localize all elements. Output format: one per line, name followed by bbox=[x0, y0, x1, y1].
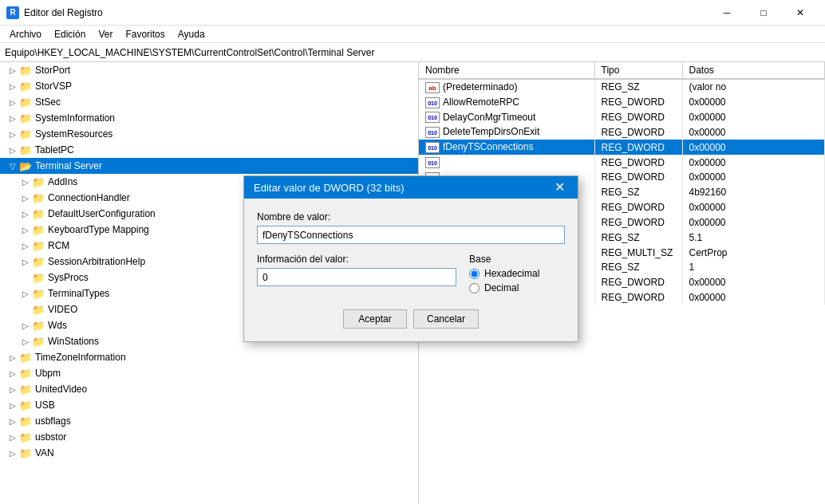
folder-icon: 📁 bbox=[32, 319, 45, 332]
cell-data: 0x00000 bbox=[682, 275, 825, 290]
tree-label: UnitedVideo bbox=[35, 384, 87, 395]
cell-data: 0x00000 bbox=[682, 215, 825, 230]
cell-data: 0x00000 bbox=[682, 290, 825, 305]
folder-icon: 📁 bbox=[19, 128, 32, 140]
menu-ver[interactable]: Ver bbox=[92, 27, 119, 41]
expand-icon: ▷ bbox=[6, 415, 19, 427]
expand-icon: ▷ bbox=[6, 351, 19, 364]
radio-dec-label[interactable]: Decimal bbox=[469, 282, 565, 293]
folder-icon: 📁 bbox=[32, 271, 45, 284]
modal-title-bar: Editar valor de DWORD (32 bits) ✕ bbox=[244, 176, 578, 199]
table-row[interactable]: 010 REG_DWORD 0x00000 bbox=[419, 155, 825, 170]
cell-type: REG_DWORD bbox=[594, 110, 682, 125]
modal-title: Editar valor de DWORD (32 bits) bbox=[254, 182, 405, 194]
expand-icon: ▷ bbox=[6, 399, 19, 411]
menu-edicion[interactable]: Edición bbox=[48, 27, 92, 41]
tree-label: WinStations bbox=[48, 336, 99, 347]
expand-icon: ▷ bbox=[6, 128, 19, 140]
folder-icon: 📁 bbox=[32, 207, 45, 220]
value-data-input[interactable] bbox=[257, 268, 456, 286]
address-path: Equipo\HKEY_LOCAL_MACHINE\SYSTEM\Current… bbox=[5, 47, 375, 58]
expand-icon: ▷ bbox=[6, 64, 19, 77]
tree-item-tabletpc[interactable]: ▷ 📁 TabletPC bbox=[0, 142, 418, 158]
tree-label: VAN bbox=[35, 447, 54, 459]
col-datos[interactable]: Datos bbox=[682, 62, 825, 79]
modal-row: Información del valor: Base Hexadecimal … bbox=[257, 254, 565, 293]
expand-icon: ▷ bbox=[19, 319, 32, 332]
expand-icon: ▷ bbox=[19, 175, 32, 188]
folder-icon: 📁 bbox=[32, 191, 45, 204]
tree-item-stsec[interactable]: ▷ 📁 StSec bbox=[0, 94, 418, 110]
tree-label: StSec bbox=[35, 96, 61, 108]
expand-icon: ▷ bbox=[19, 255, 32, 268]
tree-label: TerminalTypes bbox=[48, 288, 109, 299]
table-row[interactable]: 010DeleteTempDirsOnExit REG_DWORD 0x0000… bbox=[419, 124, 825, 140]
expand-icon: ▷ bbox=[6, 144, 19, 156]
tree-label: USB bbox=[35, 400, 55, 411]
cell-data: 0x00000 bbox=[682, 170, 825, 185]
folder-icon: 📁 bbox=[19, 80, 32, 93]
expand-icon: ▷ bbox=[6, 112, 19, 124]
expand-icon: ▷ bbox=[6, 80, 19, 93]
folder-icon: 📁 bbox=[32, 175, 45, 188]
tree-item-storport[interactable]: ▷ 📁 StorPort bbox=[0, 62, 418, 78]
table-row[interactable]: ab(Predeterminado) REG_SZ (valor no bbox=[419, 79, 825, 95]
cell-type: REG_SZ bbox=[594, 260, 682, 275]
value-name-input[interactable] bbox=[257, 226, 565, 244]
radio-decimal[interactable] bbox=[469, 283, 480, 293]
col-nombre[interactable]: Nombre bbox=[419, 62, 594, 79]
tree-item-systeminformation[interactable]: ▷ 📁 SystemInformation bbox=[0, 110, 418, 126]
menu-bar: Archivo Edición Ver Favoritos Ayuda bbox=[0, 26, 825, 43]
cell-name: 010DelayConMgrTimeout bbox=[419, 110, 594, 125]
cell-data: 5.1 bbox=[682, 230, 825, 245]
folder-icon: 📁 bbox=[32, 335, 45, 348]
expand-icon: ▷ bbox=[6, 431, 19, 443]
cell-type: REG_DWORD bbox=[594, 155, 682, 170]
tree-label: StorPort bbox=[35, 65, 70, 76]
tree-item-timezoneinformation[interactable]: ▷ 📁 TimeZoneInformation bbox=[0, 349, 418, 365]
close-button[interactable]: ✕ bbox=[782, 0, 819, 26]
table-row[interactable]: 010AllowRemoteRPC REG_DWORD 0x00000 bbox=[419, 95, 825, 110]
tree-label: usbstor bbox=[35, 431, 66, 443]
folder-icon: 📁 bbox=[32, 255, 45, 268]
modal-body: Nombre de valor: Información del valor: … bbox=[244, 199, 578, 341]
folder-icon: 📂 bbox=[19, 159, 32, 172]
table-row-fdenyts[interactable]: 010fDenyTSConnections REG_DWORD 0x00000 bbox=[419, 140, 825, 155]
tree-label: VIDEO bbox=[48, 304, 77, 315]
tree-label: Terminal Server bbox=[35, 160, 102, 171]
expand-icon: ▷ bbox=[19, 223, 32, 236]
window-title: Editor del Registro bbox=[24, 7, 709, 18]
cell-data: 0x00000 bbox=[682, 124, 825, 140]
tree-item-usbstor[interactable]: ▷ 📁 usbstor bbox=[0, 429, 418, 445]
menu-ayuda[interactable]: Ayuda bbox=[172, 27, 211, 41]
tree-item-ubpm[interactable]: ▷ 📁 Ubpm bbox=[0, 365, 418, 381]
tree-item-usb[interactable]: ▷ 📁 USB bbox=[0, 397, 418, 413]
tree-item-usbflags[interactable]: ▷ 📁 usbflags bbox=[0, 413, 418, 429]
tree-item-van[interactable]: ▷ 📁 VAN bbox=[0, 445, 418, 461]
cancel-button[interactable]: Cancelar bbox=[413, 309, 479, 329]
folder-icon: 📁 bbox=[19, 431, 32, 443]
minimize-button[interactable]: ─ bbox=[709, 0, 745, 26]
menu-favoritos[interactable]: Favoritos bbox=[119, 27, 171, 41]
menu-archivo[interactable]: Archivo bbox=[3, 27, 48, 41]
folder-icon: 📁 bbox=[32, 303, 45, 316]
tree-label: Ubpm bbox=[35, 368, 61, 379]
tree-item-unitedvideo[interactable]: ▷ 📁 UnitedVideo bbox=[0, 381, 418, 397]
tree-label: KeyboardType Mapping bbox=[48, 224, 149, 235]
modal-close-button[interactable]: ✕ bbox=[551, 181, 568, 194]
radio-hexadecimal[interactable] bbox=[469, 269, 480, 279]
cell-type: REG_MULTI_SZ bbox=[594, 245, 682, 260]
tree-label: SystemInformation bbox=[35, 112, 115, 124]
maximize-button[interactable]: □ bbox=[745, 0, 782, 26]
tree-item-storvsp[interactable]: ▷ 📁 StorVSP bbox=[0, 78, 418, 94]
accept-button[interactable]: Aceptar bbox=[343, 309, 407, 329]
expand-icon: ▷ bbox=[6, 96, 19, 108]
col-tipo[interactable]: Tipo bbox=[594, 62, 682, 79]
folder-icon: 📁 bbox=[19, 351, 32, 364]
table-row[interactable]: 010DelayConMgrTimeout REG_DWORD 0x00000 bbox=[419, 110, 825, 125]
tree-label: Wds bbox=[48, 320, 67, 331]
cell-type: REG_DWORD bbox=[594, 140, 682, 155]
tree-item-terminalserver[interactable]: ▽ 📂 Terminal Server bbox=[0, 158, 418, 174]
tree-item-systemresources[interactable]: ▷ 📁 SystemResources bbox=[0, 126, 418, 142]
radio-hex-label[interactable]: Hexadecimal bbox=[469, 268, 565, 279]
